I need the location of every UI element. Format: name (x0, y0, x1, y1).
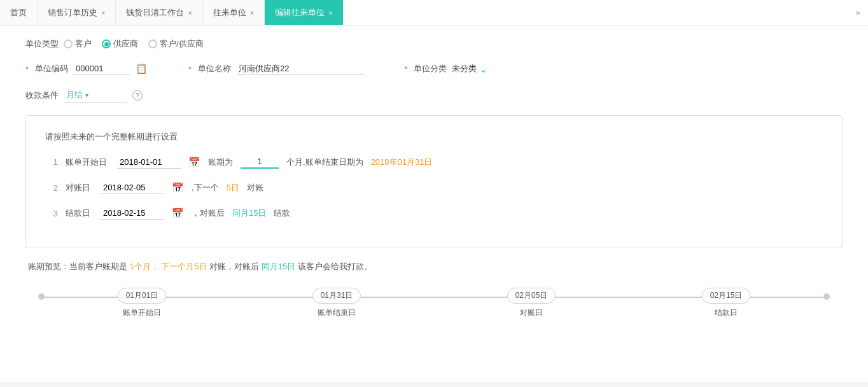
tab-edit-partner-label: 编辑往来单位 (275, 7, 325, 18)
radio-both-circle[interactable] (148, 39, 157, 48)
unit-category-star: * (404, 64, 407, 74)
timeline-container: 01月01日 账单开始日 01月31日 账单结束日 02月05日 对账日 02月… (25, 288, 843, 318)
timeline-node-3: 02月05日 对账日 (434, 288, 629, 318)
preview-part1: 1个月， (130, 262, 159, 271)
unit-info-row: * 单位编码 📋 * 单位名称 * 单位分类 未分类 ⌄ (25, 62, 843, 75)
preview-part2: 下一个月5日 (161, 262, 207, 271)
reconcile-date-cal-icon[interactable]: 📅 (172, 182, 184, 194)
page-content: 单位类型 客户 供应商 客户/供应商 * 单位编码 (0, 25, 868, 382)
row-num-1: 1 (45, 157, 58, 167)
tab-cash-work[interactable]: 钱货日清工作台 × (116, 0, 202, 25)
reconcile-date-input[interactable] (101, 181, 164, 194)
preview-mid: 对账，对账后 (209, 262, 259, 271)
timeline-date-3: 02月05日 (507, 288, 556, 304)
timeline-node-1: 01月01日 账单开始日 (45, 288, 239, 318)
unit-code-field: * 单位编码 📋 (25, 62, 148, 75)
timeline-date-4: 02月15日 (702, 288, 751, 304)
preview-section: 账期预览：当前客户账期是 1个月， 下一个月5日 对账，对账后 同月15日 该客… (25, 261, 843, 272)
timeline-start-dot (38, 293, 45, 300)
unit-name-star: * (188, 64, 192, 74)
payment-date-input[interactable] (101, 207, 164, 220)
period-input[interactable] (241, 155, 279, 169)
tab-cash-work-close[interactable]: × (188, 9, 192, 17)
timeline-label-2: 账单结束日 (318, 307, 356, 318)
settings-panel: 请按照未来的一个完整帐期进行设置 1 账单开始日 📅 账期为 个月,账单结束日期… (25, 115, 843, 248)
preview-label: 账期预览：当前客户账期是 (28, 262, 127, 271)
timeline-end-dot (823, 293, 830, 300)
unit-name-field: * 单位名称 (188, 62, 363, 75)
tab-sales-history-close[interactable]: × (101, 9, 105, 17)
unit-code-icon[interactable]: 📋 (136, 63, 148, 74)
reconcile-prefix: ,下一个 (192, 182, 219, 194)
payment-terms-row: 收款条件 月结 ▾ ? (25, 88, 843, 102)
radio-both[interactable]: 客户/供应商 (148, 38, 204, 50)
payment-terms-help[interactable]: ? (132, 90, 143, 101)
unit-code-input[interactable] (73, 62, 130, 75)
payment-terms-value: 月结 (66, 89, 83, 101)
tab-home[interactable]: 首页 (0, 0, 38, 25)
payment-terms-arrow[interactable]: ▾ (85, 92, 88, 99)
row-label-3: 结款日 (66, 208, 90, 219)
tabs-expand-arrow[interactable]: » (848, 0, 868, 25)
reconcile-suffix: 对账 (247, 182, 263, 194)
unit-category-field: * 单位分类 未分类 ⌄ (404, 63, 487, 75)
payment-terms-label: 收款条件 (25, 90, 59, 101)
row-label-2: 对账日 (66, 182, 90, 194)
tab-partner-close[interactable]: × (250, 9, 254, 17)
unit-category-value: 未分类 (452, 63, 477, 74)
unit-category-label: 单位分类 (414, 63, 447, 74)
payment-terms-dropdown[interactable]: 月结 ▾ (64, 88, 127, 102)
row-num-2: 2 (45, 183, 58, 193)
setting-row-3: 3 结款日 📅 ，对账后 同月15日 结款 (45, 207, 823, 220)
radio-customer-label: 客户 (75, 38, 92, 50)
radio-group: 客户 供应商 客户/供应商 (64, 38, 204, 50)
period-label: 账期为 (208, 157, 233, 168)
tab-edit-partner[interactable]: 编辑往来单位 × (265, 0, 342, 25)
timeline-date-1: 01月01日 (118, 288, 167, 304)
payment-date-cal-icon[interactable]: 📅 (172, 208, 184, 219)
start-date-input[interactable] (117, 156, 181, 169)
payment-suffix: 结款 (274, 208, 290, 219)
start-date-cal-icon[interactable]: 📅 (188, 157, 200, 168)
setting-row-1: 1 账单开始日 📅 账期为 个月,账单结束日期为 2018年01月31日 (45, 155, 823, 169)
tab-edit-partner-close[interactable]: × (328, 9, 332, 17)
radio-both-label: 客户/供应商 (160, 38, 204, 50)
payment-day-highlight: 同月15日 (232, 208, 266, 219)
unit-type-field: 单位类型 客户 供应商 客户/供应商 (25, 38, 204, 50)
unit-name-label: 单位名称 (198, 63, 231, 74)
radio-customer-circle[interactable] (64, 39, 73, 48)
payment-terms-field: 收款条件 月结 ▾ ? (25, 88, 143, 102)
row-num-3: 3 (45, 209, 58, 218)
timeline-date-2: 01月31日 (312, 288, 361, 304)
unit-type-label: 单位类型 (25, 38, 59, 50)
preview-suffix: 该客户会给我打款。 (298, 262, 372, 271)
timeline-node-2: 01月31日 账单结束日 (239, 288, 434, 318)
unit-type-row: 单位类型 客户 供应商 客户/供应商 (25, 38, 843, 50)
unit-code-star: * (25, 64, 29, 74)
radio-customer[interactable]: 客户 (64, 38, 92, 50)
tabs-bar: 首页 销售订单历史 × 钱货日清工作台 × 往来单位 × 编辑往来单位 × » (0, 0, 868, 25)
tab-sales-history-label: 销售订单历史 (48, 7, 97, 18)
timeline-node-4: 02月15日 结款日 (629, 288, 823, 318)
row-label-1: 账单开始日 (66, 157, 107, 168)
preview-part3: 同月15日 (262, 262, 295, 271)
tab-partner-label: 往来单位 (213, 7, 246, 18)
unit-name-input[interactable] (236, 62, 363, 75)
period-suffix: 个月,账单结束日期为 (286, 157, 363, 168)
radio-supplier-circle[interactable] (102, 39, 111, 48)
payment-prefix: ，对账后 (192, 208, 225, 219)
tab-cash-work-label: 钱货日清工作台 (126, 7, 184, 18)
timeline-label-3: 对账日 (520, 307, 543, 318)
radio-supplier[interactable]: 供应商 (102, 38, 138, 50)
category-dropdown-arrow[interactable]: ⌄ (479, 63, 487, 75)
timeline-label-4: 结款日 (715, 307, 738, 318)
end-date-highlight: 2018年01月31日 (371, 157, 433, 168)
panel-title: 请按照未来的一个完整帐期进行设置 (45, 131, 823, 143)
setting-row-2: 2 对账日 📅 ,下一个 5日 对账 (45, 181, 823, 194)
tab-sales-history[interactable]: 销售订单历史 × (38, 0, 116, 25)
unit-code-label: 单位编码 (35, 63, 68, 74)
reconcile-day-highlight: 5日 (227, 182, 239, 194)
tab-partner[interactable]: 往来单位 × (203, 0, 265, 25)
timeline-label-1: 账单开始日 (123, 307, 161, 318)
unit-category-dropdown[interactable]: 未分类 ⌄ (452, 63, 487, 75)
